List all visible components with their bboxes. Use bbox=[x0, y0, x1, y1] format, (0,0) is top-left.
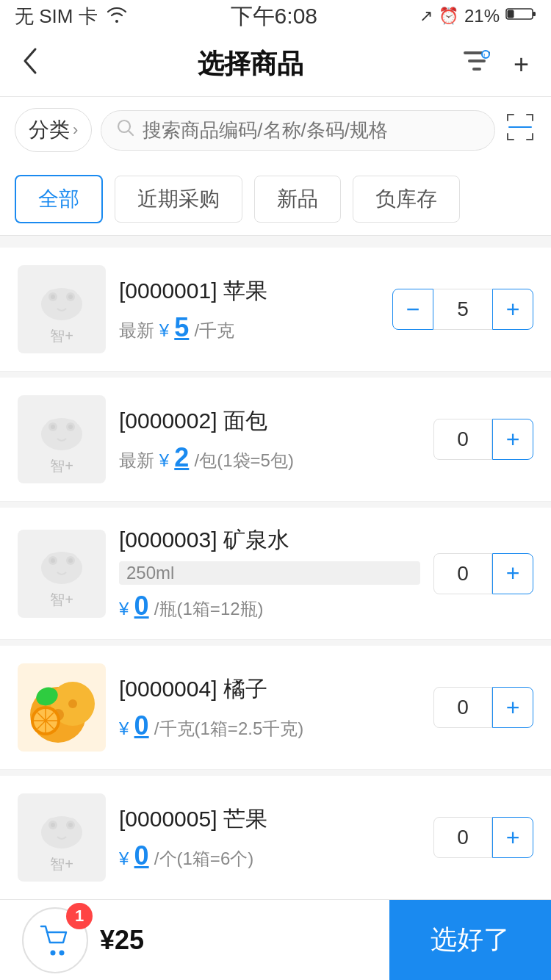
confirm-button[interactable]: 选好了 bbox=[389, 900, 551, 981]
tab-all[interactable]: 全部 bbox=[15, 175, 103, 223]
status-left: 无 SIM 卡 bbox=[15, 4, 129, 29]
product-price: 最新 ¥ 5 /千克 bbox=[119, 312, 379, 343]
status-time: 下午6:08 bbox=[231, 1, 317, 32]
product-name: [0000003] 矿泉水 bbox=[119, 525, 420, 555]
nav-bar: 选择商品 ! + bbox=[0, 32, 551, 97]
qty-display: 0 bbox=[433, 687, 492, 728]
svg-rect-2 bbox=[507, 10, 514, 18]
qty-minus-button[interactable]: − bbox=[392, 289, 433, 330]
search-bar: 分类 › bbox=[0, 97, 551, 163]
svg-point-56 bbox=[68, 823, 73, 827]
svg-text:!: ! bbox=[483, 53, 485, 58]
tabs-bar: 全部 近期采购 新品 负库存 bbox=[0, 163, 551, 236]
product-name: [0000002] 面包 bbox=[119, 406, 420, 436]
qty-control: − + bbox=[392, 289, 533, 330]
svg-rect-14 bbox=[507, 133, 508, 140]
item-divider bbox=[0, 770, 551, 776]
svg-rect-1 bbox=[533, 12, 536, 16]
page-title: 选择商品 bbox=[198, 46, 303, 82]
wifi-icon bbox=[105, 5, 129, 28]
qty-plus-button[interactable]: + bbox=[492, 687, 533, 728]
svg-point-67 bbox=[51, 950, 56, 955]
product-price: ¥ 0 /个(1箱=6个) bbox=[119, 840, 420, 871]
product-item: 智+ [0000002] 面包 最新 ¥ 2 /包(1袋=5包) 0 + bbox=[0, 378, 551, 502]
qty-input[interactable] bbox=[433, 289, 492, 330]
svg-rect-16 bbox=[532, 133, 533, 140]
svg-rect-17 bbox=[508, 126, 532, 128]
qty-display: 0 bbox=[433, 419, 492, 460]
battery-icon bbox=[505, 6, 536, 26]
cart-section: 1 ¥25 bbox=[0, 907, 389, 973]
product-price: ¥ 0 /千克(1箱=2.5千克) bbox=[119, 710, 420, 741]
qty-plus-button[interactable]: + bbox=[492, 817, 533, 858]
item-divider bbox=[0, 372, 551, 378]
product-info: [0000002] 面包 最新 ¥ 2 /包(1袋=5包) bbox=[119, 406, 420, 473]
qty-control: 0 + bbox=[433, 419, 533, 460]
add-button[interactable]: + bbox=[514, 49, 529, 80]
qty-display: 0 bbox=[433, 553, 492, 594]
product-info: [0000001] 苹果 最新 ¥ 5 /千克 bbox=[119, 276, 379, 343]
cart-button[interactable]: 1 bbox=[22, 907, 88, 973]
product-item: 智+ [0000005] 芒果 ¥ 0 /个(1箱=6个) 0 + bbox=[0, 776, 551, 900]
battery-label: 21% bbox=[464, 6, 500, 26]
nav-actions: ! + bbox=[462, 48, 529, 80]
tab-new[interactable]: 新品 bbox=[254, 176, 341, 223]
svg-point-38 bbox=[68, 558, 73, 563]
qty-display: 0 bbox=[433, 817, 492, 858]
product-image: 智+ bbox=[18, 265, 106, 353]
chevron-right-icon: › bbox=[73, 120, 78, 140]
cart-badge: 1 bbox=[66, 903, 93, 929]
filter-button[interactable]: ! bbox=[462, 48, 491, 80]
product-image: 智+ bbox=[18, 793, 106, 882]
qty-control: 0 + bbox=[433, 687, 533, 728]
location-icon: ↗ bbox=[419, 7, 433, 26]
qty-plus-button[interactable]: + bbox=[492, 289, 533, 330]
svg-point-24 bbox=[68, 295, 73, 299]
svg-point-55 bbox=[51, 823, 55, 827]
product-list: 智+ [0000001] 苹果 最新 ¥ 5 /千克 − + bbox=[0, 248, 551, 980]
tab-recent[interactable]: 近期采购 bbox=[115, 176, 242, 223]
svg-point-37 bbox=[51, 558, 55, 563]
category-label: 分类 bbox=[29, 116, 70, 144]
search-input-wrap bbox=[101, 110, 495, 151]
product-name: [0000004] 橘子 bbox=[119, 674, 420, 705]
svg-point-68 bbox=[60, 950, 65, 955]
scan-button[interactable] bbox=[504, 111, 536, 149]
product-info: [0000005] 芒果 ¥ 0 /个(1箱=6个) bbox=[119, 804, 420, 871]
alarm-icon: ⏰ bbox=[439, 7, 458, 26]
svg-rect-12 bbox=[532, 114, 533, 121]
product-item: 智+ [0000003] 矿泉水 250ml ¥ 0 /瓶(1箱=12瓶) 0 … bbox=[0, 508, 551, 640]
svg-point-30 bbox=[51, 425, 55, 429]
product-item: [0000004] 橘子 ¥ 0 /千克(1箱=2.5千克) 0 + bbox=[0, 646, 551, 770]
product-name: [0000005] 芒果 bbox=[119, 804, 420, 835]
product-image bbox=[18, 663, 106, 752]
tab-negative[interactable]: 负库存 bbox=[353, 176, 460, 223]
cart-total: ¥25 bbox=[100, 925, 144, 956]
status-bar: 无 SIM 卡 下午6:08 ↗ ⏰ 21% bbox=[0, 0, 551, 32]
svg-rect-5 bbox=[472, 68, 481, 71]
qty-plus-button[interactable]: + bbox=[492, 419, 533, 460]
product-image: 智+ bbox=[18, 530, 106, 618]
product-item: 智+ [0000001] 苹果 最新 ¥ 5 /千克 − + bbox=[0, 248, 551, 372]
footer: 1 ¥25 选好了 bbox=[0, 899, 551, 980]
qty-control: 0 + bbox=[433, 817, 533, 858]
status-right: ↗ ⏰ 21% bbox=[419, 6, 536, 26]
qty-control: 0 + bbox=[433, 553, 533, 594]
product-info: [0000004] 橘子 ¥ 0 /千克(1箱=2.5千克) bbox=[119, 674, 420, 741]
product-spec: 250ml bbox=[119, 561, 420, 585]
svg-rect-4 bbox=[468, 60, 486, 62]
qty-plus-button[interactable]: + bbox=[492, 553, 533, 594]
product-name: [0000001] 苹果 bbox=[119, 276, 379, 306]
back-button[interactable] bbox=[22, 46, 40, 82]
product-image: 智+ bbox=[18, 395, 106, 483]
svg-point-23 bbox=[51, 295, 55, 299]
search-input[interactable] bbox=[143, 119, 480, 142]
item-divider bbox=[0, 502, 551, 508]
search-icon bbox=[116, 118, 135, 143]
product-info: [0000003] 矿泉水 250ml ¥ 0 /瓶(1箱=12瓶) bbox=[119, 525, 420, 621]
svg-point-31 bbox=[68, 425, 73, 429]
list-divider bbox=[0, 236, 551, 248]
product-price: ¥ 0 /瓶(1箱=12瓶) bbox=[119, 591, 420, 621]
product-price: 最新 ¥ 2 /包(1袋=5包) bbox=[119, 442, 420, 473]
category-button[interactable]: 分类 › bbox=[15, 108, 92, 152]
